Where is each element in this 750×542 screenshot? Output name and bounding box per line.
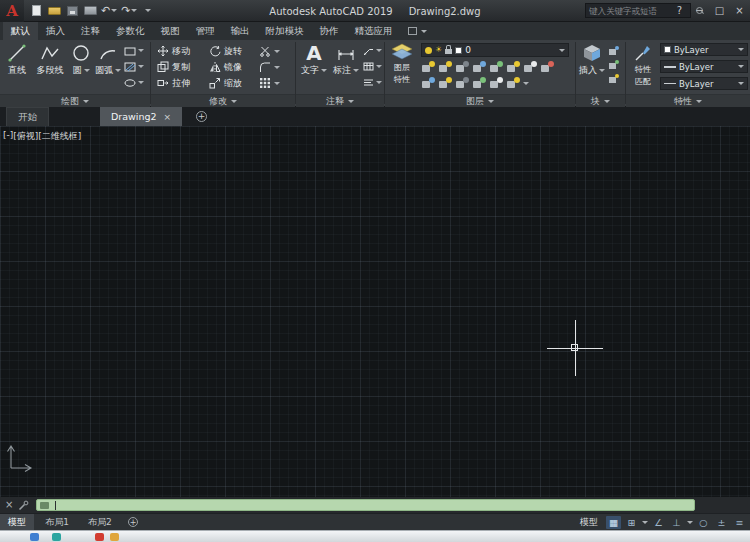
layout-tab-layout1[interactable]: 布局1 bbox=[37, 514, 77, 531]
maximize-button[interactable]: □ bbox=[712, 4, 727, 18]
linetype-select[interactable]: ByLayer bbox=[660, 77, 748, 90]
panel-annotate-footer[interactable]: 注释 bbox=[296, 94, 384, 107]
help-button[interactable]: ? bbox=[672, 4, 687, 18]
panel-properties-footer[interactable]: 特性 bbox=[626, 94, 750, 107]
viewport-menu-control[interactable]: [-] bbox=[3, 130, 13, 143]
close-command-window-icon[interactable]: × bbox=[5, 499, 13, 511]
ellipse-tool[interactable] bbox=[124, 76, 144, 89]
taskbar-app-icon[interactable] bbox=[110, 533, 119, 541]
new-drawing-tab-button[interactable]: + bbox=[196, 111, 207, 122]
copy-tool[interactable]: 复制 bbox=[157, 59, 205, 75]
close-tab-icon[interactable]: × bbox=[164, 112, 172, 122]
match-properties-button[interactable]: 特性 匹配 bbox=[628, 43, 658, 87]
insert-block-tool[interactable]: 插入 bbox=[578, 43, 606, 77]
annotation-style-tool[interactable] bbox=[363, 76, 382, 89]
panel-block-footer[interactable]: 块 bbox=[576, 94, 625, 107]
customize-wrench-icon[interactable] bbox=[18, 500, 29, 511]
polyline-tool[interactable]: 多段线 bbox=[32, 43, 68, 77]
file-tab-start[interactable]: 开始 bbox=[6, 107, 49, 126]
block-attributes-tool-icon[interactable] bbox=[609, 74, 619, 83]
stretch-tool[interactable]: 拉伸 bbox=[157, 75, 205, 91]
layer-merge-tool-icon[interactable] bbox=[506, 77, 520, 89]
layer-freeze-tool-icon[interactable] bbox=[455, 61, 469, 73]
layer-off-tool-icon[interactable] bbox=[421, 61, 435, 73]
ortho-mode-toggle-icon[interactable]: ⊥ bbox=[669, 516, 684, 529]
taskbar-app-icon[interactable] bbox=[30, 533, 39, 541]
snap-mode-toggle-icon[interactable]: ⊞ bbox=[624, 516, 639, 529]
taskbar-app-icon[interactable] bbox=[95, 533, 104, 541]
ribbon-tab-manage[interactable]: 管理 bbox=[188, 22, 223, 40]
object-snap-toggle-icon[interactable]: ○ bbox=[696, 516, 711, 529]
drawing-canvas[interactable]: [-] [俯视] [二维线框] bbox=[0, 126, 750, 497]
open-file-button[interactable] bbox=[47, 3, 61, 19]
ribbon-tab-parametric[interactable]: 参数化 bbox=[108, 22, 153, 40]
circle-tool[interactable]: 圆 bbox=[68, 43, 94, 77]
ribbon-tab-output[interactable]: 输出 bbox=[223, 22, 258, 40]
model-space-button[interactable]: 模型 bbox=[575, 516, 603, 529]
leader-tool[interactable] bbox=[363, 44, 382, 57]
trim-tool[interactable] bbox=[259, 43, 291, 59]
plot-button[interactable] bbox=[83, 3, 97, 19]
arc-tool[interactable]: 圆弧 bbox=[94, 43, 122, 77]
edit-block-tool-icon[interactable] bbox=[609, 60, 619, 69]
ribbon-tab-collaborate[interactable]: 协作 bbox=[312, 22, 347, 40]
autocad-logo-icon[interactable]: A bbox=[0, 0, 24, 22]
viewport-visual-style-control[interactable]: [二维线框] bbox=[38, 130, 81, 143]
layer-unlock-tool-icon[interactable] bbox=[472, 77, 486, 89]
layer-unisolate-tool-icon[interactable] bbox=[523, 61, 537, 73]
object-color-select[interactable]: ByLayer bbox=[660, 43, 748, 56]
redo-button[interactable]: ↷ bbox=[121, 3, 137, 19]
layout-tab-model[interactable]: 模型 bbox=[0, 514, 34, 531]
taskbar-app-icon[interactable] bbox=[52, 533, 61, 541]
customization-menu-icon[interactable]: ≡ bbox=[732, 516, 747, 529]
table-tool[interactable] bbox=[363, 60, 382, 73]
chevron-down-icon[interactable] bbox=[687, 521, 693, 524]
ribbon-tab-view[interactable]: 视图 bbox=[153, 22, 188, 40]
create-block-tool-icon[interactable] bbox=[609, 46, 619, 55]
file-tab-drawing2[interactable]: Drawing2 × bbox=[100, 107, 182, 126]
dynamic-input-toggle-icon[interactable]: ± bbox=[714, 516, 729, 529]
hatch-tool[interactable] bbox=[124, 60, 144, 73]
ribbon-tab-annotate[interactable]: 注释 bbox=[73, 22, 108, 40]
ribbon-display-toggle[interactable] bbox=[401, 22, 434, 40]
scale-tool[interactable]: 缩放 bbox=[209, 75, 257, 91]
qat-customize-button[interactable] bbox=[141, 3, 155, 19]
layer-lock-tool-icon[interactable] bbox=[472, 61, 486, 73]
grid-display-toggle-icon[interactable]: ▦ bbox=[606, 516, 621, 529]
layer-current-tool-icon[interactable] bbox=[489, 77, 503, 89]
layer-on-tool-icon[interactable] bbox=[438, 77, 452, 89]
viewport-view-control[interactable]: [俯视] bbox=[13, 130, 38, 143]
rectangle-tool[interactable] bbox=[124, 44, 144, 57]
line-tool[interactable]: 直线 bbox=[2, 43, 32, 77]
array-tool[interactable] bbox=[259, 75, 291, 91]
panel-layers-footer[interactable]: 图层 bbox=[385, 94, 575, 107]
undo-button[interactable]: ↶ bbox=[101, 3, 117, 19]
close-button[interactable]: × bbox=[732, 4, 747, 18]
chevron-down-icon[interactable] bbox=[642, 521, 648, 524]
panel-draw-footer[interactable]: 绘图 bbox=[0, 94, 150, 107]
ribbon-tab-default[interactable]: 默认 bbox=[3, 22, 38, 40]
lineweight-select[interactable]: ByLayer bbox=[660, 60, 748, 73]
layer-prev-tool-icon[interactable] bbox=[421, 77, 435, 89]
layer-delete-tool-icon[interactable] bbox=[540, 61, 554, 73]
move-tool[interactable]: 移动 bbox=[157, 43, 205, 59]
polar-tracking-toggle-icon[interactable]: ∠ bbox=[651, 516, 666, 529]
ribbon-tab-insert[interactable]: 插入 bbox=[38, 22, 73, 40]
ribbon-tab-featured-apps[interactable]: 精选应用 bbox=[347, 22, 401, 40]
layer-select[interactable]: ☀ 0 bbox=[421, 43, 569, 57]
layer-properties-button[interactable]: 图层 特性 bbox=[387, 43, 417, 85]
layer-isolate-tool-icon[interactable] bbox=[438, 61, 452, 73]
command-input[interactable] bbox=[36, 499, 695, 511]
mirror-tool[interactable]: 镜像 bbox=[209, 59, 257, 75]
new-layout-button[interactable]: + bbox=[128, 517, 138, 527]
layout-tab-layout2[interactable]: 布局2 bbox=[80, 514, 120, 531]
rotate-tool[interactable]: 旋转 bbox=[209, 43, 257, 59]
panel-modify-footer[interactable]: 修改 bbox=[151, 94, 295, 107]
ribbon-tab-addins[interactable]: 附加模块 bbox=[258, 22, 312, 40]
layer-thaw-tool-icon[interactable] bbox=[455, 77, 469, 89]
dimension-tool[interactable]: 标注 bbox=[332, 43, 360, 77]
new-file-button[interactable] bbox=[29, 3, 43, 19]
layer-walk-tool-icon[interactable] bbox=[506, 61, 520, 73]
minimize-button[interactable]: − bbox=[692, 4, 707, 18]
fillet-tool[interactable] bbox=[259, 59, 291, 75]
